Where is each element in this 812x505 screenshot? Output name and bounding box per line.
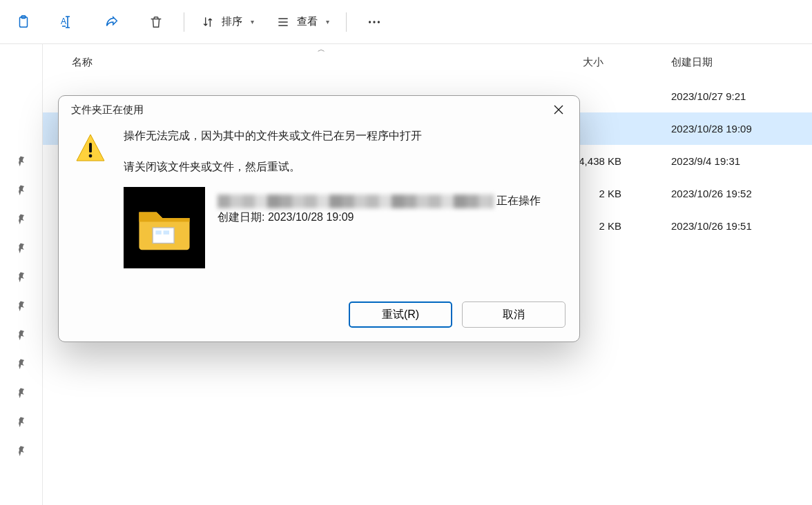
svg-point-3 xyxy=(369,21,371,23)
close-button[interactable] xyxy=(549,100,568,119)
chevron-down-icon: ▾ xyxy=(326,18,329,26)
pinned-item[interactable] xyxy=(12,181,30,199)
folder-in-use-dialog: 文件夹正在使用 操作无法完成，因为其中的文件夹或文件已在另一程 xyxy=(58,95,580,342)
pinned-item[interactable] xyxy=(12,384,30,402)
pinned-item[interactable] xyxy=(12,210,30,228)
pinned-item[interactable] xyxy=(12,268,30,286)
paste-button[interactable] xyxy=(3,6,44,39)
dialog-text: 操作无法完成，因为其中的文件夹或文件已在另一程序中打开 请关闭该文件夹或文件，然… xyxy=(124,126,564,268)
toolbar-separator xyxy=(184,12,184,32)
more-button[interactable] xyxy=(354,6,395,39)
warning-icon xyxy=(74,132,107,268)
share-button[interactable] xyxy=(91,6,133,39)
svg-point-4 xyxy=(373,21,375,23)
dialog-body: 操作无法完成，因为其中的文件夹或文件已在另一程序中打开 请关闭该文件夹或文件，然… xyxy=(59,123,579,268)
dialog-item: 正在操作 创建日期: 2023/10/28 19:09 xyxy=(124,187,564,268)
svg-text:A: A xyxy=(61,17,66,26)
dialog-item-text: 正在操作 创建日期: 2023/10/28 19:09 xyxy=(218,187,541,226)
dialog-buttons: 重试(R) 取消 xyxy=(59,301,579,341)
dialog-titlebar: 文件夹正在使用 xyxy=(59,96,579,123)
svg-rect-6 xyxy=(89,143,92,152)
sort-menu[interactable]: 排序 ▾ xyxy=(191,6,264,39)
view-icon xyxy=(276,15,290,29)
svg-point-5 xyxy=(378,21,380,23)
toolbar-separator xyxy=(346,12,347,32)
pinned-item[interactable] xyxy=(12,297,30,315)
pinned-item[interactable] xyxy=(12,239,30,257)
rename-button[interactable]: A xyxy=(47,6,88,39)
retry-button[interactable]: 重试(R) xyxy=(349,301,452,328)
view-menu[interactable]: 查看 ▾ xyxy=(267,6,339,39)
pinned-item[interactable] xyxy=(12,413,30,430)
dialog-message-2: 请关闭该文件夹或文件，然后重试。 xyxy=(124,160,564,175)
sidebar xyxy=(0,44,43,505)
pinned-item[interactable] xyxy=(12,442,30,459)
svg-rect-9 xyxy=(155,230,161,235)
svg-point-7 xyxy=(89,155,93,158)
sort-label: 排序 xyxy=(222,15,242,28)
chevron-down-icon: ▾ xyxy=(251,18,254,26)
pinned-item[interactable] xyxy=(12,326,30,344)
dialog-backdrop: 文件夹正在使用 操作无法完成，因为其中的文件夹或文件已在另一程 xyxy=(43,44,812,505)
dialog-title: 文件夹正在使用 xyxy=(71,103,144,117)
pinned-item[interactable] xyxy=(12,152,30,170)
file-list-pane: ︿ 名称 大小 创建日期 2023/10/27 9:212023/10/28 1… xyxy=(43,44,812,505)
created-label: 创建日期: xyxy=(218,211,268,223)
redacted-filename xyxy=(218,195,494,208)
svg-rect-10 xyxy=(164,230,169,235)
item-suffix: 正在操作 xyxy=(496,195,541,206)
pinned-item[interactable] xyxy=(12,355,30,373)
folder-thumbnail xyxy=(124,187,205,268)
sort-icon xyxy=(201,15,215,29)
created-value: 2023/10/28 19:09 xyxy=(268,211,354,223)
main-area: ︿ 名称 大小 创建日期 2023/10/27 9:212023/10/28 1… xyxy=(0,44,812,505)
dialog-message-1: 操作无法完成，因为其中的文件夹或文件已在另一程序中打开 xyxy=(124,129,564,143)
delete-button[interactable] xyxy=(135,6,177,39)
svg-rect-8 xyxy=(153,228,174,244)
view-label: 查看 xyxy=(297,15,318,28)
toolbar: A 排序 ▾ 查看 ▾ xyxy=(0,0,812,44)
cancel-button[interactable]: 取消 xyxy=(462,301,566,328)
